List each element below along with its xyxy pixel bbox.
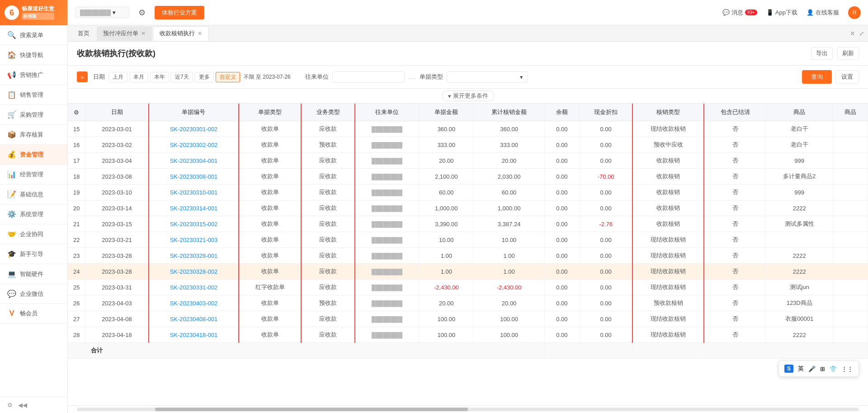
- sidebar-item-search[interactable]: 🔍 搜索菜单: [0, 25, 67, 45]
- cell-cancel-type: 现结收款核销: [632, 121, 704, 137]
- tab-prepay[interactable]: 预付冲应付单 ✕: [97, 26, 152, 41]
- voucher-link[interactable]: SK-20230321-003: [170, 237, 218, 243]
- tab-maximize-icon[interactable]: ⤢: [859, 30, 864, 37]
- sidebar-item-purchase[interactable]: 🛒 采购管理: [0, 105, 67, 125]
- online-service-item[interactable]: 👤 在线客服: [807, 9, 839, 17]
- col-product1: 商品: [766, 104, 833, 121]
- sidebar-item-finance[interactable]: 💰 资金管理: [0, 145, 67, 165]
- sidebar-item-operations[interactable]: 📊 经营管理: [0, 165, 67, 185]
- settings-gear-icon[interactable]: ⚙: [135, 5, 149, 20]
- voucher-link[interactable]: SK-20230315-002: [170, 221, 218, 228]
- page-header-actions: 导出 刷新: [811, 47, 859, 65]
- voucher-type-select[interactable]: ▾: [447, 71, 528, 83]
- sidebar-item-enterprise[interactable]: 🤝 企业协同: [0, 224, 67, 244]
- message-item[interactable]: 💬 消息 99+: [722, 9, 757, 17]
- cell-partner: ████████: [355, 264, 419, 280]
- cell-included: 否: [704, 169, 766, 185]
- cell-voucher-no: SK-20230308-001: [149, 169, 239, 185]
- cell-included: 否: [704, 311, 766, 327]
- cell-no: 25: [68, 280, 85, 295]
- more-date-btn[interactable]: 更多: [195, 72, 214, 82]
- cell-biz-type: 应收款: [301, 311, 354, 327]
- voucher-link[interactable]: SK-20230403-002: [170, 300, 218, 307]
- sidebar-item-inventory[interactable]: 📦 库存核算: [0, 125, 67, 145]
- voucher-link[interactable]: SK-20230302-002: [170, 142, 218, 148]
- last-7days-btn[interactable]: 近7天: [171, 72, 193, 82]
- col-amount: 单据金额: [419, 104, 474, 121]
- export-button[interactable]: 导出: [811, 47, 833, 60]
- this-month-btn[interactable]: 本月: [129, 72, 148, 82]
- last-month-btn[interactable]: 上月: [108, 72, 127, 82]
- sidebar-settings-icon[interactable]: ⚙: [7, 402, 13, 408]
- col-settings[interactable]: ⚙: [68, 104, 85, 121]
- table-row: 23 2023-03-28 SK-20230328-001 收款单 应收款 ██…: [68, 248, 868, 264]
- widget-grid-icon[interactable]: ⊞: [820, 366, 825, 372]
- cell-partner: ████████: [355, 295, 419, 311]
- tab-home[interactable]: 首页: [71, 26, 96, 41]
- query-button[interactable]: 查询: [802, 70, 832, 84]
- sidebar-item-wechat[interactable]: 💬 企业微信: [0, 284, 67, 304]
- sidebar-item-quicknav[interactable]: 🏠 快捷导航: [0, 45, 67, 65]
- voucher-link[interactable]: SK-20230331-002: [170, 284, 218, 291]
- widget-apps-icon[interactable]: ⋮⋮: [841, 366, 853, 372]
- sidebar-item-sales[interactable]: 📋 销售管理: [0, 85, 67, 105]
- cell-voucher-type: 收款单: [239, 200, 301, 216]
- filter-settings-button[interactable]: 设置: [835, 70, 859, 84]
- user-avatar[interactable]: R: [848, 6, 861, 19]
- voucher-link[interactable]: SK-20230328-001: [170, 252, 218, 259]
- expand-conditions-btn[interactable]: ▾ 展开更多条件: [442, 90, 494, 101]
- app-download-item[interactable]: 📱 App下载: [766, 9, 797, 17]
- sidebar-item-basics[interactable]: 📝 基础信息: [0, 185, 67, 204]
- cell-voucher-no: SK-20230331-002: [149, 280, 239, 295]
- service-icon: 👤: [807, 9, 814, 16]
- voucher-link[interactable]: SK-20230301-002: [170, 126, 218, 133]
- cell-cancel-type: 收款核销: [632, 200, 704, 216]
- cell-voucher-no: SK-20230301-002: [149, 121, 239, 137]
- voucher-link[interactable]: SK-20230314-001: [170, 205, 218, 212]
- sidebar-item-guide[interactable]: 🎓 新手引导: [0, 244, 67, 264]
- cell-amount: 20.00: [419, 153, 474, 169]
- message-label: 消息: [731, 9, 743, 17]
- tab-close-all-icon[interactable]: ✕: [850, 30, 855, 37]
- this-year-btn[interactable]: 本年: [150, 72, 169, 82]
- partner-input[interactable]: [332, 71, 405, 83]
- more-filters-dots[interactable]: ...: [408, 74, 416, 81]
- sidebar-item-label: 营销推广: [20, 71, 43, 79]
- cell-product1: 123D商品: [766, 295, 833, 311]
- industry-btn[interactable]: 体验行业方案: [155, 6, 204, 19]
- filter-collapse-button[interactable]: »: [77, 71, 88, 82]
- tab-collection-close[interactable]: ✕: [198, 30, 202, 37]
- tab-prepay-close[interactable]: ✕: [141, 30, 146, 37]
- voucher-link[interactable]: SK-20230304-001: [170, 157, 218, 164]
- sidebar: 6 畅康道好生意 标推版 🔍 搜索菜单 🏠 快捷导航 📢 营销推广 📋 销售管理…: [0, 0, 68, 413]
- voucher-link[interactable]: SK-20230328-002: [170, 268, 218, 275]
- custom-date-btn[interactable]: 自定义: [216, 72, 240, 82]
- cell-product2: [833, 137, 868, 153]
- voucher-link[interactable]: SK-20230310-001: [170, 189, 218, 196]
- voucher-link[interactable]: SK-20230408-001: [170, 316, 218, 323]
- sidebar-item-system[interactable]: ⚙️ 系统管理: [0, 204, 67, 224]
- sidebar-item-marketing[interactable]: 📢 营销推广: [0, 65, 67, 85]
- company-dropdown[interactable]: ████████ ▾: [75, 7, 129, 18]
- refresh-button[interactable]: 刷新: [837, 47, 859, 60]
- table-settings-icon[interactable]: ⚙: [74, 109, 79, 116]
- sidebar-item-member[interactable]: V 畅会员: [0, 304, 67, 323]
- col-product2: 商品: [833, 104, 868, 121]
- table-row: 21 2023-03-15 SK-20230315-002 收款单 应收款 ██…: [68, 216, 868, 232]
- tab-collection[interactable]: 收款核销执行 ✕: [153, 26, 209, 41]
- enterprise-icon: 🤝: [7, 230, 16, 238]
- cell-balance: 0.00: [544, 232, 579, 248]
- voucher-link[interactable]: SK-20230308-001: [170, 173, 218, 180]
- sidebar-item-label: 采购管理: [20, 111, 43, 119]
- widget-mic-icon[interactable]: 🎤: [808, 366, 816, 372]
- voucher-link[interactable]: SK-20230418-001: [170, 332, 218, 338]
- cell-product2: [833, 153, 868, 169]
- cell-partner: ████████: [355, 137, 419, 153]
- cell-amount: 360.00: [419, 121, 474, 137]
- cell-date: 2023-03-10: [85, 185, 149, 200]
- sidebar-collapse-icon[interactable]: ◀◀: [18, 402, 27, 408]
- cell-cancel-type: 现结收款核销: [632, 264, 704, 280]
- system-icon: ⚙️: [7, 210, 16, 218]
- table-row: 18 2023-03-08 SK-20230308-001 收款单 应收款 ██…: [68, 169, 868, 185]
- sidebar-item-hardware[interactable]: 💻 智能硬件: [0, 264, 67, 284]
